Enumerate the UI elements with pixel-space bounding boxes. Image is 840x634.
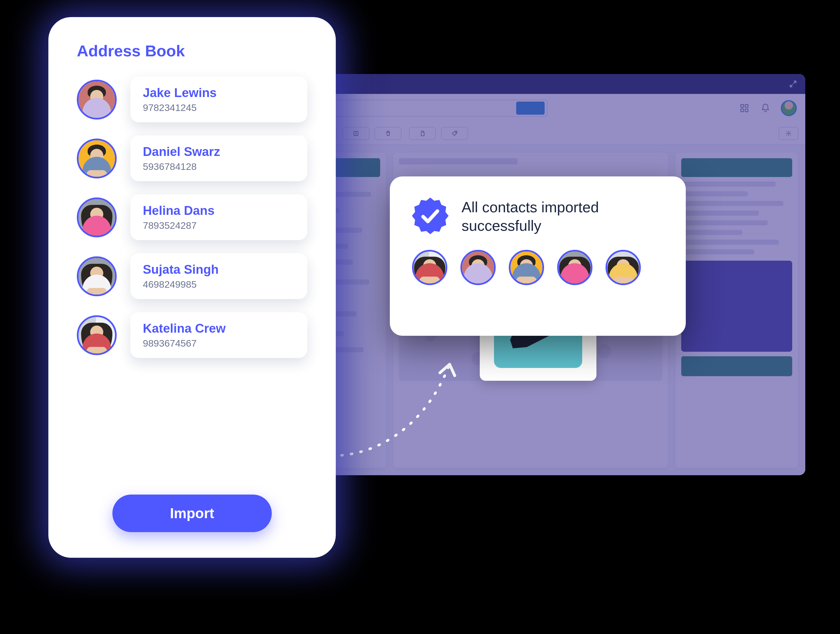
placeholder-line	[681, 191, 748, 196]
toolbar-delete-button[interactable]	[374, 127, 401, 140]
contact-row[interactable]: Helina Dans 7893524287	[77, 194, 307, 240]
placeholder-line	[681, 201, 783, 206]
contact-name: Katelina Crew	[143, 321, 295, 335]
address-book-phone: Address Book Jake Lewins 9782341245 Dani…	[48, 17, 336, 558]
contact-avatar	[77, 198, 117, 237]
toolbar-file-button[interactable]	[409, 127, 436, 140]
expand-icon[interactable]	[788, 79, 798, 89]
placeholder-line	[399, 158, 518, 164]
imported-avatars-row	[411, 250, 665, 285]
contact-card: Daniel Swarz 5936784128	[130, 136, 307, 181]
imported-avatar	[557, 250, 592, 285]
details-panel	[676, 153, 798, 468]
import-button[interactable]: Import	[112, 495, 272, 532]
toast-message: All contacts imported successfully	[461, 196, 665, 235]
svg-point-6	[788, 133, 789, 134]
contact-card: Jake Lewins 9782341245	[130, 77, 307, 122]
contact-card: Helina Dans 7893524287	[130, 194, 307, 240]
contact-phone: 4698249985	[143, 279, 295, 290]
contact-name: Sujata Singh	[143, 262, 295, 277]
contact-phone: 9782341245	[143, 102, 295, 113]
action-bar[interactable]	[681, 356, 792, 376]
contact-avatar	[77, 80, 117, 120]
contact-row[interactable]: Daniel Swarz 5936784128	[77, 136, 307, 181]
contact-name: Helina Dans	[143, 204, 295, 218]
placeholder-line	[681, 230, 742, 235]
contact-row[interactable]: Jake Lewins 9782341245	[77, 77, 307, 122]
contact-phone: 5936784128	[143, 161, 295, 172]
contact-avatar	[77, 256, 117, 296]
address-book-title: Address Book	[77, 41, 307, 60]
verified-check-icon	[411, 196, 450, 236]
contact-list: Jake Lewins 9782341245 Daniel Swarz 5936…	[77, 77, 307, 358]
contact-avatar	[77, 139, 117, 179]
profile-avatar[interactable]	[781, 100, 797, 116]
placeholder-line	[681, 210, 759, 216]
svg-rect-2	[741, 109, 744, 112]
contact-name: Daniel Swarz	[143, 145, 295, 159]
contact-avatar	[77, 315, 117, 355]
contact-name: Jake Lewins	[143, 85, 295, 100]
placeholder-line	[681, 182, 776, 187]
contact-row[interactable]: Sujata Singh 4698249985	[77, 253, 307, 299]
svg-point-5	[455, 132, 456, 133]
svg-rect-0	[741, 104, 744, 107]
contact-row[interactable]: Katelina Crew 9893674567	[77, 312, 307, 358]
svg-rect-3	[745, 109, 748, 112]
notification-bell-icon[interactable]	[760, 103, 771, 114]
panel-header-bar	[681, 158, 792, 177]
placeholder-line	[681, 249, 754, 255]
toolbar-settings-button[interactable]	[778, 127, 799, 140]
toolbar-columns-button[interactable]	[342, 127, 369, 140]
contact-card: Katelina Crew 9893674567	[130, 312, 307, 358]
contact-phone: 9893674567	[143, 338, 295, 349]
toolbar	[276, 122, 805, 145]
imported-avatar	[606, 250, 641, 285]
imported-avatar	[509, 250, 544, 285]
import-success-toast: All contacts imported successfully	[390, 176, 686, 336]
svg-rect-1	[745, 104, 748, 107]
search-go-button[interactable]	[516, 101, 545, 115]
placeholder-line	[681, 220, 768, 225]
toolbar-tag-button[interactable]	[441, 127, 468, 140]
imported-avatar	[412, 250, 447, 285]
imported-avatar	[460, 250, 496, 285]
search-input[interactable]	[303, 100, 548, 117]
contact-card: Sujata Singh 4698249985	[130, 253, 307, 299]
detail-preview-box	[681, 261, 792, 352]
contact-phone: 7893524287	[143, 220, 295, 231]
placeholder-line	[681, 240, 779, 245]
apps-grid-icon[interactable]	[739, 103, 750, 114]
